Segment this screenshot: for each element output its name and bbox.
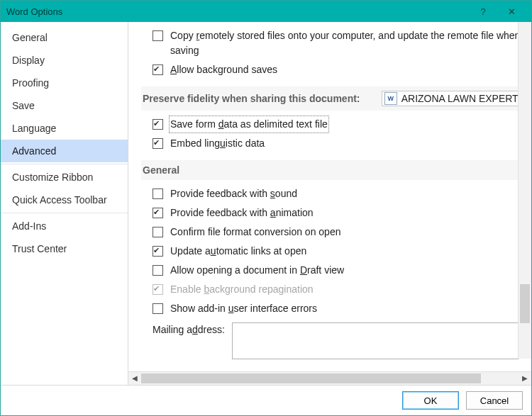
label-save-form-data: Save form data as delimited text file xyxy=(170,117,328,132)
label-bg-saves: Allow background saves xyxy=(170,62,277,77)
checkbox-bg-saves[interactable] xyxy=(153,64,163,75)
cancel-button[interactable]: Cancel xyxy=(466,391,523,410)
dialog-footer: OK Cancel xyxy=(1,385,531,415)
label-feedback-sound: Provide feedback with sound xyxy=(170,186,297,201)
sidebar-item-trust-center[interactable]: Trust Center xyxy=(1,237,128,260)
option-embed-linguistic[interactable]: Embed linguistic data xyxy=(143,134,531,153)
option-copy-remote[interactable]: Copy remotely stored files onto your com… xyxy=(143,26,531,60)
word-doc-icon: W xyxy=(384,92,397,105)
dialog-body: General Display Proofing Save Language A… xyxy=(1,22,531,385)
label-mailing-address: Mailing address: xyxy=(153,322,225,335)
label-embed-linguistic: Embed linguistic data xyxy=(170,136,265,151)
label-copy-remote: Copy remotely stored files onto your com… xyxy=(170,28,531,58)
option-bg-saves[interactable]: Allow background saves xyxy=(143,60,531,79)
sidebar-item-advanced[interactable]: Advanced xyxy=(1,140,128,162)
sidebar-item-save[interactable]: Save xyxy=(1,94,128,117)
scroll-right-button[interactable]: ▶ xyxy=(519,372,531,385)
label-draft-view: Allow opening a document in Draft view xyxy=(170,263,344,278)
checkbox-confirm-conversion[interactable] xyxy=(153,227,163,237)
checkbox-save-form-data[interactable] xyxy=(153,119,163,130)
scroll-left-button[interactable]: ◀ xyxy=(128,372,141,385)
horizontal-scroll-track[interactable] xyxy=(141,373,519,383)
section-preserve-fidelity: Preserve fidelity when sharing this docu… xyxy=(141,86,531,111)
help-button[interactable]: ? xyxy=(469,6,497,17)
option-addin-errors[interactable]: Show add-in user interface errors xyxy=(143,299,531,318)
option-bg-repagination: Enable background repagination xyxy=(143,280,531,299)
ok-button[interactable]: OK xyxy=(402,391,459,410)
label-bg-repagination: Enable background repagination xyxy=(170,282,314,297)
option-save-form-data[interactable]: Save form data as delimited text file xyxy=(143,115,531,134)
section-general: General xyxy=(141,160,531,180)
option-draft-view[interactable]: Allow opening a document in Draft view xyxy=(143,261,531,280)
sidebar-item-customize-ribbon[interactable]: Customize Ribbon xyxy=(1,166,128,189)
window-title: Word Options xyxy=(6,6,469,17)
horizontal-scrollbar[interactable]: ◀ ▶ xyxy=(128,371,531,385)
checkbox-feedback-sound[interactable] xyxy=(153,189,163,199)
label-auto-links: Update automatic links at open xyxy=(170,244,306,259)
document-selector[interactable]: W ARIZONA LAWN EXPERTS xyxy=(382,91,531,106)
label-addin-errors: Show add-in user interface errors xyxy=(170,301,317,316)
checkbox-embed-linguistic[interactable] xyxy=(153,138,163,149)
category-sidebar: General Display Proofing Save Language A… xyxy=(1,22,128,385)
sidebar-item-add-ins[interactable]: Add-Ins xyxy=(1,215,128,237)
section-title-general: General xyxy=(143,164,179,176)
word-options-dialog: Word Options ? ✕ General Display Proofin… xyxy=(0,0,532,416)
option-feedback-sound[interactable]: Provide feedback with sound xyxy=(143,184,531,203)
input-mailing-address[interactable] xyxy=(232,322,519,359)
options-scroll-pane: ^ Copy remotely stored files onto your c… xyxy=(128,22,531,371)
horizontal-scroll-thumb[interactable] xyxy=(141,373,481,383)
row-mailing-address: Mailing address: xyxy=(143,318,531,359)
checkbox-addin-errors[interactable] xyxy=(153,303,163,314)
label-confirm-conversion: Confirm file format conversion on open xyxy=(170,225,340,240)
sidebar-separator xyxy=(1,213,128,213)
checkbox-copy-remote[interactable] xyxy=(153,30,163,41)
content-area: ^ Copy remotely stored files onto your c… xyxy=(128,22,531,385)
option-confirm-conversion[interactable]: Confirm file format conversion on open xyxy=(143,223,531,242)
sidebar-item-general[interactable]: General xyxy=(1,26,128,49)
sidebar-separator xyxy=(1,164,128,164)
label-feedback-animation: Provide feedback with animation xyxy=(170,206,314,220)
close-button[interactable]: ✕ xyxy=(497,6,526,17)
sidebar-item-quick-access-toolbar[interactable]: Quick Access Toolbar xyxy=(1,189,128,211)
sidebar-item-display[interactable]: Display xyxy=(1,49,128,72)
document-name: ARIZONA LAWN EXPERTS xyxy=(401,93,525,104)
titlebar: Word Options ? ✕ xyxy=(1,1,531,22)
checkbox-feedback-animation[interactable] xyxy=(153,208,163,218)
option-auto-links[interactable]: Update automatic links at open xyxy=(143,242,531,261)
section-title-preserve: Preserve fidelity when sharing this docu… xyxy=(143,93,360,104)
vertical-scroll-thumb[interactable] xyxy=(520,284,530,323)
sidebar-item-language[interactable]: Language xyxy=(1,117,128,140)
checkbox-bg-repagination xyxy=(153,284,163,295)
checkbox-draft-view[interactable] xyxy=(153,265,163,276)
sidebar-item-proofing[interactable]: Proofing xyxy=(1,72,128,94)
vertical-scrollbar[interactable] xyxy=(518,22,531,359)
option-feedback-animation[interactable]: Provide feedback with animation xyxy=(143,203,531,223)
checkbox-auto-links[interactable] xyxy=(153,246,163,257)
